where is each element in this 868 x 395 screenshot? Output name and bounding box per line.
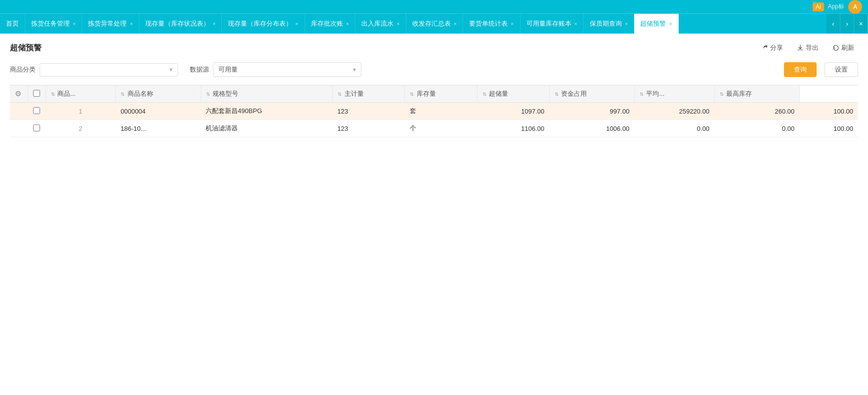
row-capital: 259220.00 bbox=[634, 103, 714, 120]
ai-button[interactable]: Ai bbox=[813, 2, 824, 11]
row-index: 1 bbox=[45, 103, 116, 120]
nav-item-要货单统计表[interactable]: 要货单统计表× bbox=[463, 14, 520, 34]
nav-bar: 首页拣货任务管理×拣货异常处理×现存量（库存状况表）×现存量（库存分布表）×库存… bbox=[0, 14, 868, 34]
nav-item-拣货异常处理[interactable]: 拣货异常处理× bbox=[82, 14, 139, 34]
category-select[interactable]: ​ ▾ bbox=[40, 63, 178, 77]
datasource-select[interactable]: 可用量 ▾ bbox=[213, 62, 361, 77]
col-avg-header: ⇅ 平均... bbox=[634, 85, 714, 103]
sort-icon-avg[interactable]: ⇅ bbox=[640, 91, 644, 97]
nav-item-收发存汇总表[interactable]: 收发存汇总表× bbox=[406, 14, 463, 34]
nav-close-icon[interactable]: × bbox=[213, 21, 216, 27]
nav-close-btn[interactable]: × bbox=[854, 14, 868, 34]
nav-item-拣货任务管理[interactable]: 拣货任务管理× bbox=[25, 14, 82, 34]
row-avg: 0.00 bbox=[714, 120, 799, 137]
sort-icon-stock[interactable]: ⇅ bbox=[410, 91, 414, 97]
category-dropdown-arrow: ▾ bbox=[170, 66, 173, 73]
refresh-button[interactable]: 刷新 bbox=[828, 41, 858, 54]
col-spec-header: ⇅ 规格型号 bbox=[201, 85, 332, 103]
col-overstock-label: 超储量 bbox=[489, 90, 508, 97]
row-stock: 1097.00 bbox=[477, 103, 549, 120]
nav-close-icon[interactable]: × bbox=[574, 21, 577, 27]
sort-icon-overstock[interactable]: ⇅ bbox=[482, 91, 486, 97]
select-all-checkbox[interactable] bbox=[33, 90, 40, 97]
col-capital-header: ⇅ 资金占用 bbox=[549, 85, 634, 103]
datasource-dropdown-arrow: ▾ bbox=[353, 66, 356, 73]
nav-close-icon[interactable]: × bbox=[130, 21, 132, 27]
nav-close-icon[interactable]: × bbox=[295, 21, 298, 27]
nav-close-icon[interactable]: × bbox=[73, 21, 76, 27]
row-id: 0000004 bbox=[116, 103, 201, 120]
filter-right-actions: 查询 设置 bbox=[784, 62, 858, 77]
col-overstock-header: ⇅ 超储量 bbox=[477, 85, 549, 103]
app-tab-btn[interactable]: App标 bbox=[828, 2, 844, 11]
sort-icon-spec[interactable]: ⇅ bbox=[206, 91, 210, 97]
filter-row: 商品分类 ​ ▾ 数据源 可用量 ▾ 查询 设置 bbox=[10, 62, 858, 77]
nav-item-现存量库存状况表[interactable]: 现存量（库存状况表）× bbox=[139, 14, 222, 34]
row-capital: 0.00 bbox=[634, 120, 714, 137]
row-checkbox[interactable] bbox=[33, 124, 40, 131]
row-name: 机油滤清器 bbox=[201, 120, 332, 137]
row-settings-cell bbox=[10, 120, 28, 137]
table-row: 1 0000004 六配套新昌490BPG 123 套 1097.00 997.… bbox=[10, 103, 858, 120]
nav-close-icon[interactable]: × bbox=[346, 21, 349, 27]
col-name-label: 商品名称 bbox=[128, 90, 153, 97]
col-settings-header: ⚙ bbox=[10, 85, 28, 103]
sort-icon-capital[interactable]: ⇅ bbox=[555, 91, 559, 97]
refresh-icon bbox=[832, 44, 839, 51]
row-overstock: 997.00 bbox=[549, 103, 634, 120]
col-unit-label: 主计量 bbox=[345, 90, 364, 97]
data-table: ⚙ ⇅ 商品... ⇅ 商品名称 ⇅ 规格型号 ⇅ bbox=[10, 85, 858, 137]
nav-item-超储预警[interactable]: 超储预警× bbox=[634, 14, 678, 34]
row-spec: 123 bbox=[333, 103, 405, 120]
share-icon bbox=[761, 44, 768, 51]
category-label: 商品分类 bbox=[10, 65, 36, 74]
col-checkbox-header bbox=[28, 85, 45, 103]
category-filter: 商品分类 ​ ▾ bbox=[10, 63, 178, 77]
table-row: 2 186-10... 机油滤清器 123 个 1106.00 1006.00 … bbox=[10, 120, 858, 137]
row-unit: 个 bbox=[405, 120, 477, 137]
datasource-value: 可用量 bbox=[218, 65, 238, 74]
export-button[interactable]: 导出 bbox=[793, 41, 823, 54]
col-spec-label: 规格型号 bbox=[213, 90, 238, 97]
nav-close-icon[interactable]: × bbox=[669, 21, 672, 27]
settings-gear-icon[interactable]: ⚙ bbox=[15, 89, 21, 98]
row-stock: 1106.00 bbox=[477, 120, 549, 137]
nav-arrows: ‹ › × bbox=[826, 14, 868, 34]
col-capital-label: 资金占用 bbox=[561, 90, 587, 97]
datasource-filter: 数据源 可用量 ▾ bbox=[190, 62, 361, 77]
nav-item-现存量库存分布表[interactable]: 现存量（库存分布表）× bbox=[222, 14, 304, 34]
nav-item-保质期查询[interactable]: 保质期查询× bbox=[584, 14, 634, 34]
nav-item-首页[interactable]: 首页 bbox=[0, 14, 25, 34]
col-id-label: 商品... bbox=[57, 90, 76, 97]
nav-close-icon[interactable]: × bbox=[625, 21, 628, 27]
row-settings-cell bbox=[10, 103, 28, 120]
sort-icon-maxstock[interactable]: ⇅ bbox=[720, 91, 724, 97]
nav-arrow-left[interactable]: ‹ bbox=[826, 14, 840, 34]
row-index: 2 bbox=[45, 120, 116, 137]
row-overstock: 1006.00 bbox=[549, 120, 634, 137]
nav-item-库存批次账[interactable]: 库存批次账× bbox=[305, 14, 355, 34]
settings-button[interactable]: 设置 bbox=[825, 62, 858, 77]
row-spec: 123 bbox=[333, 120, 405, 137]
col-stock-label: 库存量 bbox=[417, 90, 436, 97]
sort-icon-unit[interactable]: ⇅ bbox=[338, 91, 342, 97]
export-icon bbox=[797, 44, 804, 51]
sort-icon-id[interactable]: ⇅ bbox=[51, 91, 55, 97]
page-title: 超储预警 bbox=[10, 43, 42, 53]
user-avatar[interactable]: A bbox=[848, 0, 862, 14]
share-button[interactable]: 分享 bbox=[757, 41, 787, 54]
sort-icon-name[interactable]: ⇅ bbox=[121, 91, 125, 97]
datasource-label: 数据源 bbox=[190, 65, 209, 74]
row-name: 六配套新昌490BPG bbox=[201, 103, 332, 120]
nav-item-出入库流水[interactable]: 出入库流水× bbox=[355, 14, 406, 34]
nav-close-icon[interactable]: × bbox=[396, 21, 399, 27]
row-checkbox-cell bbox=[28, 103, 45, 120]
col-stock-header: ⇅ 库存量 bbox=[405, 85, 477, 103]
query-button[interactable]: 查询 bbox=[784, 62, 817, 77]
row-checkbox[interactable] bbox=[33, 107, 40, 114]
nav-arrow-right[interactable]: › bbox=[840, 14, 854, 34]
nav-close-icon[interactable]: × bbox=[454, 21, 457, 27]
row-checkbox-cell bbox=[28, 120, 45, 137]
nav-close-icon[interactable]: × bbox=[511, 21, 514, 27]
nav-item-可用量库存账本[interactable]: 可用量库存账本× bbox=[521, 14, 584, 34]
